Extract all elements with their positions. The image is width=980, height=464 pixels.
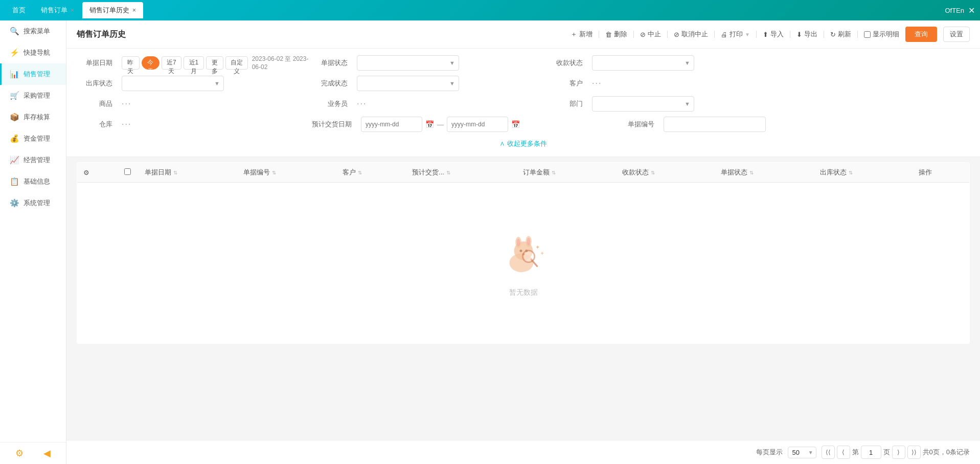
sidebar-item-system-mgmt[interactable]: ⚙️ 系统管理 — [0, 192, 66, 214]
th-receipt-status[interactable]: 收款状态 ⇅ — [616, 163, 715, 183]
sidebar-item-sales-mgmt-label: 销售管理 — [24, 70, 50, 79]
stop-button[interactable]: ⊘ 中止 — [640, 30, 661, 39]
bill-no-input[interactable] — [664, 117, 766, 132]
sidebar-item-inventory[interactable]: 📦 库存核算 — [0, 106, 66, 128]
department-select[interactable] — [592, 96, 694, 112]
receipt-status-select-wrapper: ▼ — [592, 55, 694, 71]
bill-status-label: 单据状态 — [312, 58, 353, 68]
table-section: ⚙ 单据日期 ⇅ 单据编号 — [66, 157, 980, 440]
tab-sales-order-history-close[interactable]: × — [132, 7, 136, 14]
settings-button[interactable]: 设置 — [943, 27, 970, 42]
table-footer: 每页显示 10 20 50 100 ▼ ⟨⟨ ⟨ 第 页 ⟩ ⟩⟩ 共0页，0条… — [66, 440, 980, 464]
collapse-more-btn[interactable]: ∧ 收起更多条件 — [77, 137, 970, 150]
out-status-select[interactable] — [122, 76, 224, 91]
date-sort-icon: ⇅ — [173, 170, 177, 175]
tab-sales-order[interactable]: 销售订单 × — [34, 2, 81, 18]
out-status-select-wrapper: ▼ — [122, 76, 224, 91]
sidebar-bottom: ⚙ ◀ — [0, 442, 66, 464]
page-prev-btn[interactable]: ⟨ — [837, 446, 850, 459]
refresh-button[interactable]: ↻ 刷新 — [830, 30, 851, 39]
complete-status-select[interactable] — [357, 76, 459, 91]
print-button[interactable]: 🖨 打印 ▼ — [721, 30, 750, 39]
th-order-amount[interactable]: 订单金额 ⇅ — [517, 163, 616, 183]
sidebar: 🔍 搜索菜单 ⚡ 快捷导航 📊 销售管理 🛒 采购管理 📦 库存核算 💰 资金管… — [0, 20, 66, 464]
close-window-icon[interactable]: ✕ — [968, 6, 975, 15]
department-label: 部门 — [547, 99, 588, 108]
date-btn-1month[interactable]: 近1月 — [184, 56, 204, 70]
date-btn-yesterday[interactable]: 昨天 — [122, 56, 140, 70]
calendar-end-icon[interactable]: 📅 — [511, 120, 520, 128]
th-expected-delivery[interactable]: 预计交货... ⇅ — [406, 163, 517, 183]
divider8 — [857, 31, 858, 38]
sales-rep-more-btn[interactable]: ··· — [357, 99, 367, 108]
empty-state: ✦ ✦ 暂无数据 — [83, 188, 963, 338]
page-first-btn[interactable]: ⟨⟨ — [822, 446, 835, 459]
date-btn-more[interactable]: 更多 — [206, 56, 224, 70]
th-out-status[interactable]: 出库状态 ⇅ — [814, 163, 913, 183]
sales-rep-label: 业务员 — [312, 99, 353, 108]
page-input[interactable] — [861, 446, 881, 459]
sidebar-collapse-icon[interactable]: ◀ — [43, 448, 51, 459]
sidebar-item-operation-mgmt[interactable]: 📈 经营管理 — [0, 149, 66, 171]
warehouse-more-btn[interactable]: ··· — [122, 120, 131, 129]
cancel-stop-button[interactable]: ⊘ 取消中止 — [674, 30, 708, 39]
th-customer[interactable]: 客户 ⇅ — [336, 163, 406, 183]
svg-point-11 — [523, 252, 533, 261]
page-last-btn[interactable]: ⟩⟩ — [907, 446, 921, 459]
bill-no-field: 单据编号 — [619, 117, 854, 132]
sidebar-item-purchase-mgmt[interactable]: 🛒 采购管理 — [0, 85, 66, 106]
bill-status-select[interactable] — [357, 55, 459, 71]
sidebar-item-basic-info[interactable]: 📋 基础信息 — [0, 171, 66, 192]
date-buttons: 昨天 今天 近7天 近1月 更多 自定义 — [122, 56, 248, 70]
page-label-end: 页 — [883, 448, 890, 457]
expected-date-end[interactable] — [447, 117, 508, 132]
sidebar-item-capital-mgmt[interactable]: 💰 资金管理 — [0, 128, 66, 149]
basic-info-icon: 📋 — [10, 177, 19, 186]
date-label: 单据日期 — [77, 58, 118, 68]
th-bill-no[interactable]: 单据编号 ⇅ — [237, 163, 336, 183]
table-header: ⚙ 单据日期 ⇅ 单据编号 — [77, 163, 970, 183]
customer-field: 客户 ··· — [547, 79, 782, 88]
export-button[interactable]: ⬇ 导出 — [796, 30, 817, 39]
date-btn-custom[interactable]: 自定义 — [225, 56, 247, 70]
tab-sales-order-label: 销售订单 — [41, 6, 67, 15]
receipt-status-select[interactable] — [592, 55, 694, 71]
th-settings[interactable]: ⚙ — [77, 163, 118, 183]
svg-point-6 — [519, 250, 522, 252]
th-date[interactable]: 单据日期 ⇅ — [139, 163, 238, 183]
out-status-field: 出库状态 ▼ — [77, 76, 312, 91]
sidebar-item-search-menu[interactable]: 🔍 搜索菜单 — [0, 20, 66, 42]
date-btn-today[interactable]: 今天 — [142, 56, 159, 70]
select-all-checkbox[interactable] — [124, 168, 131, 175]
delete-button[interactable]: 🗑 删除 — [605, 30, 627, 39]
sales-rep-field: 业务员 ··· — [312, 99, 547, 108]
filter-row-2: 出库状态 ▼ 完成状态 ▼ — [77, 76, 970, 91]
display-detail-input[interactable] — [864, 31, 871, 38]
customer-more-btn[interactable]: ··· — [592, 79, 602, 88]
per-page-label: 每页显示 — [756, 448, 783, 457]
tab-sales-order-history-label: 销售订单历史 — [89, 6, 129, 15]
per-page-select[interactable]: 10 20 50 100 — [788, 447, 816, 458]
sidebar-item-quick-nav[interactable]: ⚡ 快捷导航 — [0, 42, 66, 63]
new-button[interactable]: ＋ 新增 — [571, 30, 592, 39]
svg-text:✦: ✦ — [535, 244, 540, 250]
tab-bar: 首页 销售订单 × 销售订单历史 × — [5, 2, 945, 18]
product-more-btn[interactable]: ··· — [122, 99, 131, 108]
sidebar-settings-icon[interactable]: ⚙ — [15, 448, 24, 459]
import-button[interactable]: ⬆ 导入 — [763, 30, 784, 39]
filter-section: 单据日期 昨天 今天 近7天 近1月 更多 自定义 2023-06-02 至 2… — [66, 49, 980, 157]
stop-icon: ⊘ — [640, 31, 646, 38]
query-button[interactable]: 查询 — [905, 27, 937, 42]
tab-sales-order-close[interactable]: × — [71, 7, 74, 14]
product-field: 商品 ··· — [77, 99, 312, 108]
out-status-sort-icon: ⇅ — [849, 170, 853, 175]
display-detail-checkbox[interactable]: 显示明细 — [864, 30, 899, 39]
page-next-btn[interactable]: ⟩ — [892, 446, 905, 459]
th-bill-status[interactable]: 单据状态 ⇅ — [715, 163, 814, 183]
expected-date-start[interactable] — [361, 117, 422, 132]
calendar-start-icon[interactable]: 📅 — [425, 120, 434, 128]
tab-home[interactable]: 首页 — [5, 2, 33, 18]
tab-sales-order-history[interactable]: 销售订单历史 × — [82, 2, 143, 18]
date-btn-7days[interactable]: 近7天 — [162, 56, 182, 70]
sidebar-item-sales-mgmt[interactable]: 📊 销售管理 — [0, 63, 66, 85]
